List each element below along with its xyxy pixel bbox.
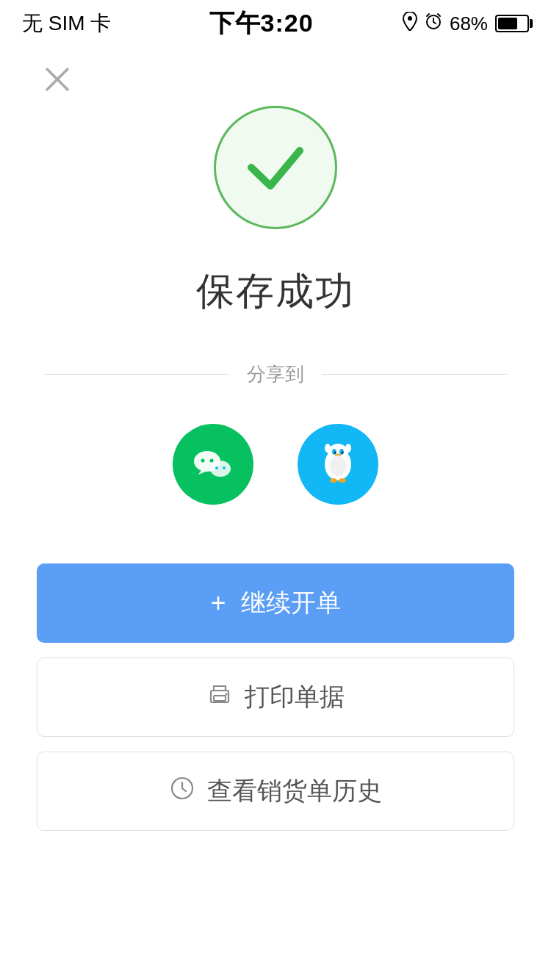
continue-order-label: 继续开单 [241,586,341,620]
status-bar: 无 SIM 卡 下午3:20 68% [0,0,551,47]
print-receipt-button[interactable]: 打印单据 [37,657,514,737]
location-icon [403,12,417,36]
share-divider: 分享到 [0,361,551,387]
plus-icon: + [210,588,226,619]
print-label: 打印单据 [245,680,345,714]
svg-point-24 [226,693,228,696]
success-icon-circle [214,106,337,229]
svg-point-18 [325,444,331,453]
wechat-share-button[interactable] [173,424,253,505]
svg-point-0 [408,16,412,21]
clock-icon [169,775,195,807]
svg-point-14 [334,452,336,454]
battery-icon [495,15,529,32]
share-icons-row [173,424,378,505]
divider-right [322,374,507,375]
share-label: 分享到 [229,361,322,387]
status-right: 68% [403,12,529,36]
qq-share-button[interactable] [298,424,378,505]
svg-point-8 [215,466,218,469]
svg-point-20 [330,478,337,483]
main-content: 保存成功 分享到 [0,47,551,831]
action-buttons: + 继续开单 打印单据 查看销货单历史 [0,563,551,831]
svg-point-7 [210,459,214,463]
svg-point-19 [345,444,351,453]
qq-icon [317,441,359,488]
status-left: 无 SIM 卡 [22,10,120,37]
view-history-button[interactable]: 查看销货单历史 [37,752,514,831]
success-title: 保存成功 [196,266,355,317]
wechat-icon [188,439,238,489]
svg-point-21 [339,478,346,483]
divider-left [44,374,229,375]
svg-point-15 [342,452,344,454]
close-button[interactable] [37,59,78,100]
battery-percentage: 68% [450,12,488,35]
printer-icon [206,681,233,713]
svg-point-5 [210,461,231,477]
battery-fill [498,18,517,29]
svg-rect-23 [214,696,226,701]
alarm-icon [425,12,442,35]
checkmark-icon [242,134,309,201]
svg-point-9 [223,466,226,469]
continue-order-button[interactable]: + 继续开单 [37,563,514,643]
history-label: 查看销货单历史 [207,774,382,808]
svg-point-6 [201,459,205,463]
carrier-text: 无 SIM 卡 [22,10,111,37]
status-time: 下午3:20 [209,7,314,40]
svg-point-17 [330,455,346,476]
